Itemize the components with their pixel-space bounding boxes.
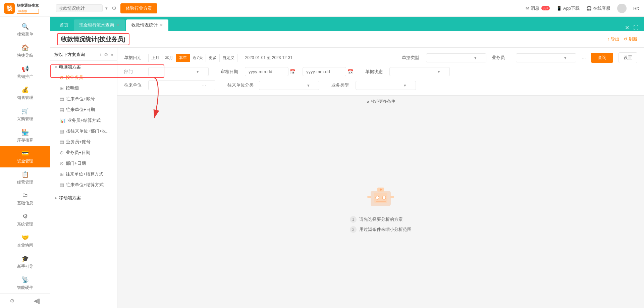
voucher-status-select[interactable]: ▾	[389, 67, 450, 76]
operations-icon: 📋	[21, 171, 29, 178]
scheme-group-title-pc[interactable]: ▼ 电脑端方案	[50, 62, 117, 72]
logo-text: 畅捷通好生意	[17, 3, 39, 8]
tab-collection-stats[interactable]: 收款情况统计 ✕	[126, 19, 168, 31]
date-tab-this-year[interactable]: 本年	[176, 54, 190, 62]
scheme-item-salesperson-account[interactable]: ▤ 业务员+账号	[50, 137, 117, 147]
tab-close-icon[interactable]: ✕	[116, 23, 119, 28]
sidebar-item-label: 新手引导	[17, 264, 33, 269]
sidebar-item-sales[interactable]: 💰 销售管理	[0, 83, 50, 104]
date-tab-this-month[interactable]: 本月	[162, 54, 176, 62]
more-options-dots[interactable]: ···	[582, 54, 586, 61]
scheme-item-icon: ▤	[60, 96, 64, 102]
date-tab-custom[interactable]: 自定义	[219, 54, 237, 62]
user-avatar[interactable]	[617, 4, 627, 13]
gear-icon[interactable]: ⚙	[112, 5, 116, 11]
calendar-icon[interactable]: 📅	[347, 69, 353, 74]
message-badge: 99+	[541, 6, 550, 10]
sidebar-item-system[interactable]: ⚙ 系统管理	[0, 209, 50, 230]
left-panel-header: 按以下方案查询 + ⚙ «	[50, 48, 117, 61]
settings-footer-icon[interactable]: ⚙	[10, 298, 14, 304]
scheme-item-salesperson-date[interactable]: ⊙ 业务员+日期	[50, 147, 117, 158]
collapse-footer-icon[interactable]: ◀‖	[34, 298, 40, 304]
review-date-start[interactable]	[245, 67, 288, 76]
hint-text-1: 请先选择要分析的方案	[359, 216, 403, 222]
filter-row-2: 部门 ▾ 审核日期 📅 — 📅	[124, 67, 637, 76]
hint-number-1: 1	[350, 216, 357, 223]
tab-close-icon[interactable]: ✕	[160, 23, 163, 28]
date-tab-7days[interactable]: 近7天	[190, 54, 206, 62]
date-tab-last-month[interactable]: 上月	[148, 54, 162, 62]
scheme-item-salesperson-settlement[interactable]: 📊 业务员+结算方式	[50, 115, 117, 126]
message-btn[interactable]: ✉ 消息 99+	[526, 5, 550, 11]
tab-cash-flow[interactable]: 现金银行流水查询 ✕	[74, 19, 125, 31]
breadcrumb-input[interactable]	[56, 4, 103, 12]
scheme-item-detail[interactable]: ⊞ 按明细	[50, 83, 117, 94]
date-range-display: 2023-01-01 至 2023-12-31	[245, 55, 292, 61]
collapse-bar[interactable]: ∧ 收起更多条件	[117, 95, 644, 107]
review-date-end[interactable]	[303, 67, 346, 76]
partner-category-label: 往来单位分类	[227, 82, 254, 88]
calendar-icon[interactable]: 📅	[290, 69, 296, 74]
sidebar-item-marketing[interactable]: 📢 营销推广	[0, 62, 50, 83]
collapse-panel-icon[interactable]: «	[110, 52, 113, 57]
maximize-window-icon[interactable]: ⛶	[633, 25, 639, 31]
sidebar-item-hardware[interactable]: 📡 智能硬件	[0, 273, 50, 293]
sidebar-item-collab[interactable]: 🤝 企业协同	[0, 230, 50, 252]
scheme-item-icon: ▤	[60, 139, 64, 145]
scheme-item-partner-dept[interactable]: ▤ 按往来单位+部门+收...	[50, 126, 117, 137]
salesperson-select[interactable]: ▾	[516, 53, 576, 62]
sidebar-item-inventory[interactable]: 🏪 库存核算	[0, 125, 50, 146]
sidebar-item-label: 经营管理	[17, 179, 33, 185]
sidebar-item-guide[interactable]: 🎓 新手引导	[0, 252, 50, 273]
add-scheme-icon[interactable]: +	[99, 52, 102, 57]
empty-hints: 1 请先选择要分析的方案 2 用过滤条件来缩小分析范围	[350, 216, 412, 233]
filter-area: 单据日期 上月 本月 本年 近7天 更多 自定义 2023-01-01 至 20…	[117, 48, 644, 95]
tab-label: 现金银行流水查询	[79, 22, 114, 28]
sidebar-item-finance[interactable]: 💳 资金管理	[0, 146, 50, 167]
close-window-icon[interactable]: ✕	[625, 24, 629, 31]
partner-select[interactable]: ···	[148, 80, 215, 90]
partner-more-icon[interactable]: ···	[202, 82, 206, 88]
settings-button[interactable]: 设置	[619, 52, 637, 63]
right-panel: 单据日期 上月 本月 本年 近7天 更多 自定义 2023-01-01 至 20…	[117, 48, 644, 308]
trial-button[interactable]: 体验行业方案	[120, 3, 157, 13]
sidebar-item-basic-info[interactable]: 🗂 基础信息	[0, 189, 50, 209]
chevron-down-icon[interactable]: ▾	[105, 6, 108, 11]
basic-info-icon: 🗂	[22, 192, 28, 199]
sidebar: 畅 畅捷通好生意 标准版 🔍 搜索菜单 🏠 快捷导航 📢 营销推广 💰 销售管理	[0, 0, 50, 308]
page-title: 收款情况统计(按业务员)	[57, 33, 129, 45]
export-button[interactable]: ↑ 导出	[607, 36, 620, 42]
voucher-type-select[interactable]: ▾	[426, 53, 486, 62]
logo-icon: 畅	[4, 3, 15, 14]
online-service-btn[interactable]: 🎧 在线客服	[586, 5, 610, 11]
chevron-down-icon: ▾	[474, 55, 477, 60]
scheme-item-partner-settlement2[interactable]: ▤ 往来单位+结算方式	[50, 179, 117, 190]
date-tab-more[interactable]: 更多	[206, 54, 220, 62]
refresh-button[interactable]: ↺ 刷新	[624, 36, 637, 42]
sidebar-item-search[interactable]: 🔍 搜索菜单	[0, 19, 50, 41]
dept-select[interactable]: ▾	[148, 67, 209, 76]
empty-hint-2: 2 用过滤条件来缩小分析范围	[350, 226, 412, 233]
scheme-item-by-salesperson[interactable]: ⊙ 按业务员	[50, 72, 117, 83]
scheme-item-dept-date[interactable]: ⊙ 部门+日期	[50, 158, 117, 169]
tab-label: 收款情况统计	[131, 22, 158, 28]
tab-home[interactable]: 首页	[56, 19, 72, 31]
voucher-type-label: 单据类型	[402, 55, 421, 61]
settings-scheme-icon[interactable]: ⚙	[104, 52, 108, 57]
sidebar-item-operations[interactable]: 📋 经营管理	[0, 167, 50, 189]
scheme-item-partner-date[interactable]: ▤ 往来单位+日期	[50, 104, 117, 115]
partner-category-select[interactable]: ▾	[259, 81, 319, 90]
sidebar-item-quick-nav[interactable]: 🏠 快捷导航	[0, 41, 50, 62]
app-download-btn[interactable]: 📱 App下载	[556, 5, 580, 11]
business-type-select[interactable]: ▾	[356, 81, 416, 90]
svg-rect-8	[390, 196, 394, 198]
scheme-item-label: 业务员+账号	[66, 139, 91, 145]
scheme-group-title-mobile[interactable]: ▼ 移动端方案	[50, 193, 117, 203]
sidebar-item-purchase[interactable]: 🛒 采购管理	[0, 104, 50, 125]
date-label: 单据日期	[124, 55, 143, 61]
query-button[interactable]: 查询	[591, 53, 613, 63]
business-type-label: 业务类型	[331, 82, 350, 88]
scheme-item-partner-settlement1[interactable]: ⊞ 往来单位+结算方式	[50, 169, 117, 179]
sidebar-item-label: 基础信息	[17, 200, 33, 206]
scheme-item-partner-account[interactable]: ▤ 往来单位+账号	[50, 94, 117, 104]
